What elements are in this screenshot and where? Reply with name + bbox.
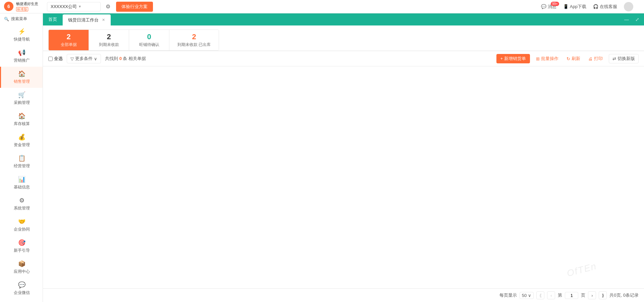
sidebar-item-purchase[interactable]: 🛒 采购管理 [0,88,43,109]
select-all-label: 全选 [54,56,63,62]
guide-icon: 🎯 [18,239,25,246]
brand-tag: 标准版 [16,7,28,11]
sidebar-item-label: 库存核算 [14,121,30,127]
total-text: 共0页, 0条记录 [609,292,639,298]
sidebar-item-guide[interactable]: 🎯 新手引导 [0,236,43,257]
tab-home[interactable]: 首页 [43,13,63,25]
tab-expand-button[interactable]: ⤢ [633,15,641,23]
online-support-button[interactable]: 🎧 在线客服 [593,4,617,10]
sidebar-item-label: 营销推广 [14,58,30,63]
tab-minimize-button[interactable]: — [623,15,631,23]
page-size-value: 50 [522,293,527,298]
sidebar-item-label: 销售管理 [14,79,30,84]
page-prev-button[interactable]: ‹ [547,291,555,299]
sidebar-item-cooperation[interactable]: 🤝 企业协同 [0,215,43,236]
experience-button[interactable]: 体验行业方案 [116,2,153,12]
page-first-button[interactable]: ⟪ [536,291,544,299]
inventory-icon: 🏠 [18,112,25,120]
batch-operations-button[interactable]: ⊞ 批量操作 [534,54,560,63]
sidebar-item-label: 基础信息 [14,184,30,190]
filter-label: 更多条件 [75,56,93,62]
avatar[interactable] [624,2,633,11]
sidebar-search[interactable]: 🔍 搜索菜单 [0,13,43,24]
tab-right-controls: — ⤢ [623,13,644,25]
sidebar-item-label: 企业微信 [14,290,30,296]
brand-text: 畅捷通好生意 标准版 [16,1,38,11]
wecom-icon: 💬 [18,281,25,289]
stat-pending-label: 旺铺待确认 [139,42,159,48]
main-layout: 🔍 搜索菜单 ⚡ 快捷导航 📢 营销推广 🏠 销售管理 🛒 采购管理 🏠 库存核… [0,13,644,302]
page-last-button[interactable]: ⟫ [599,291,607,299]
settings-button[interactable]: ⚙ [103,2,113,11]
cooperation-icon: 🤝 [18,218,25,225]
page-content: 2 全部单据 2 到期未收款 0 旺铺待确认 2 到期未收款 已出库 [43,25,644,302]
messages-button[interactable]: 💬 消息 99+ [541,4,556,10]
stat-pending-num: 0 [147,33,151,41]
sidebar-item-marketing[interactable]: 📢 营销推广 [0,46,43,67]
select-all-input[interactable] [48,57,53,61]
stat-tab-all[interactable]: 2 全部单据 [49,30,89,50]
sidebar-item-label: 采购管理 [14,100,30,106]
stat-tab-pending[interactable]: 0 旺铺待确认 [129,30,169,50]
sidebar-item-operations[interactable]: 📋 经营管理 [0,151,43,172]
stat-overdue-num: 2 [107,33,111,41]
support-icon: 🎧 [593,4,598,9]
sidebar-item-label: 资金管理 [14,142,30,148]
toolbar: 全选 ▽ 更多条件 ∨ 共找到 0 条 相关单据 + 新增销货单 ⊞ 批量操 [43,51,644,66]
page-next-button[interactable]: › [588,291,596,299]
chevron-down-icon: ▼ [78,5,82,8]
page-size-select[interactable]: 50 ∨ [520,292,534,299]
filter-icon: ▽ [70,56,74,61]
page-size-chevron-icon: ∨ [528,293,531,298]
stat-overdue-out-label: 到期未收款 已出库 [177,42,211,48]
page-number-input[interactable] [565,292,578,299]
sidebar-item-wecom[interactable]: 💬 企业微信 [0,278,43,299]
app-logo-icon: 6 [4,2,13,11]
sidebar-item-system[interactable]: ⚙ 系统管理 [0,193,43,215]
sidebar-item-app-center[interactable]: 📦 应用中心 [0,257,43,278]
logo-area: 6 畅捷通好生意 标准版 [4,1,47,11]
found-text: 共找到 0 条 相关单据 [105,56,146,62]
switch-version-button[interactable]: ⇄ 切换新版 [609,54,639,63]
print-icon: 🖨 [588,56,593,61]
sidebar-search-label: 搜索菜单 [11,16,27,22]
filter-button[interactable]: ▽ 更多条件 ∨ [67,54,101,63]
stats-tabs-container: 2 全部单据 2 到期未收款 0 旺铺待确认 2 到期未收款 已出库 [43,25,644,51]
content-area: 首页 钱货日清工作台 ✕ — ⤢ 2 全部单据 [43,13,644,302]
batch-icon: ⊞ [536,56,540,61]
tab-home-label: 首页 [48,16,57,22]
tab-close-icon[interactable]: ✕ [102,18,105,22]
marketing-icon: 📢 [18,49,25,56]
sidebar-item-inventory[interactable]: 🏠 库存核算 [0,109,43,130]
sidebar-item-sales[interactable]: 🏠 销售管理 [0,67,43,88]
switch-label: 切换新版 [618,56,635,62]
stat-tab-overdue[interactable]: 2 到期未收款 [89,30,129,50]
print-button[interactable]: 🖨 打印 [586,54,605,63]
add-sales-order-button[interactable]: + 新增销货单 [496,54,530,63]
stat-tab-overdue-out[interactable]: 2 到期未收款 已出库 [169,30,219,50]
sales-icon: 🏠 [18,70,25,77]
sidebar-item-label: 系统管理 [14,205,30,211]
per-page-label: 每页显示 [499,292,517,298]
found-suffix: 条 相关单据 [123,56,146,61]
company-name: XXXXXX公司 [51,4,77,10]
sidebar-item-basic-info[interactable]: 📊 基础信息 [0,172,43,193]
company-selector[interactable]: XXXXXX公司 ▼ [47,2,101,11]
sidebar-item-member[interactable]: V 畅会员 [0,299,43,302]
pagination-bar: 每页显示 50 ∨ ⟪ ‹ 第 页 › ⟫ 共0页, 0条记录 [43,288,644,302]
purchase-icon: 🛒 [18,91,25,99]
found-count: 0 [119,56,122,61]
filter-chevron-icon: ∨ [94,56,97,61]
app-download-button[interactable]: 📱 App下载 [563,4,586,10]
sidebar-item-label: 快捷导航 [14,37,30,42]
stat-overdue-label: 到期未收款 [99,42,119,48]
header-right: 💬 消息 99+ 📱 App下载 🎧 在线客服 [541,2,640,11]
refresh-button[interactable]: ↻ 刷新 [565,54,582,63]
sidebar-item-finance[interactable]: 💰 资金管理 [0,130,43,151]
table-area [43,66,644,288]
print-label: 打印 [594,56,603,62]
basic-info-icon: 📊 [18,176,25,183]
tab-work[interactable]: 钱货日清工作台 ✕ [63,14,111,25]
sidebar-item-quick-nav[interactable]: ⚡ 快捷导航 [0,24,43,46]
select-all-checkbox[interactable]: 全选 [48,56,63,62]
